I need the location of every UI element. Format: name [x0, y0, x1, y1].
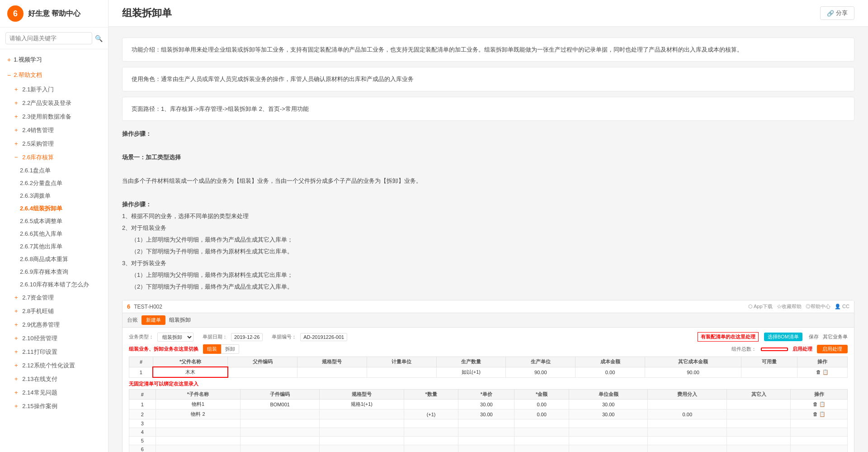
ss-col-parent-code: 父件编码 — [228, 357, 297, 367]
sidebar-item-2-15[interactable]: + 2.15操作案例 — [0, 400, 108, 413]
intro-text-2: 使用角色：通常由生产人员或库管人员完成拆装业务的操作，库管人员确认原材料的出库和… — [132, 76, 414, 82]
ss-btn-select-bom[interactable]: 选择BOM清单 — [764, 333, 802, 341]
ss-process-type-tabs: 组装 拆卸 — [203, 344, 239, 354]
sidebar-item-2-5[interactable]: + 2.5采购管理 — [0, 137, 108, 151]
operation-section: 操作步骤： 场景一：加工类型选择 当由多个子件材料组装成一个成品的业务为【组装】… — [122, 128, 854, 293]
expand-icon: + — [14, 86, 18, 93]
ss-lower-row-2: 2 物料 2 (+1) 30.00 0.00 30.00 0.00 🗑 — [129, 409, 848, 419]
ss-btn-enable[interactable]: 启用处理 — [817, 345, 848, 353]
sidebar-item-2-10[interactable]: + 2.10经营管理 — [0, 332, 108, 345]
expand-icon: + — [14, 100, 18, 106]
ss-col-avail: 可用量 — [741, 357, 797, 367]
ss-annotation-bom: 有装配清单的在这里处理 — [698, 332, 759, 342]
ss-lower-row-1: 1 物料1 BOM001 规格1(+1) 30.00 0.00 30.00 — [129, 400, 848, 409]
sidebar-item-2-6-9[interactable]: 2.6.9库存账本查询 — [0, 266, 108, 278]
sidebar-item-2-6-5[interactable]: 2.6.5成本调整单 — [0, 215, 108, 228]
sidebar-item-2-6-7[interactable]: 2.6.7其他出库单 — [0, 240, 108, 253]
collapse-icon: − — [14, 154, 18, 161]
ss-lower-row-5: 5 — [129, 437, 848, 445]
ss-input-qty[interactable] — [761, 347, 788, 351]
ss-nav-tab2: 组装拆卸 — [169, 316, 191, 324]
sidebar-item-2-3[interactable]: + 2.3使用前数据准备 — [0, 110, 108, 124]
page-title: 组装拆卸单 — [122, 6, 172, 20]
share-button[interactable]: 🔗 分享 — [820, 6, 854, 20]
sidebar-item-2-1[interactable]: + 2.1新手入门 — [0, 83, 108, 96]
ss-label-qty: 组件总数： — [731, 346, 756, 352]
sidebar-item-2-7[interactable]: + 2.7资金管理 — [0, 291, 108, 305]
ss-input-date: 2019-12-26 — [231, 333, 263, 341]
ss-col-other-cost: 其它成本金额 — [645, 357, 741, 367]
sidebar-item-2-9[interactable]: + 2.9优惠券管理 — [0, 318, 108, 332]
ss-input-num: AD-20191226-001 — [300, 333, 347, 341]
sidebar-item-2-6-2[interactable]: 2.6.2分量盘点单 — [0, 177, 108, 190]
ss-annotation-no-bom: 无固定清单可以绑定在这里录入 — [129, 381, 848, 387]
sidebar-item-2-6-6[interactable]: 2.6.6其他入库单 — [0, 228, 108, 240]
sidebar-item-2-11[interactable]: + 2.11打印设置 — [0, 345, 108, 359]
main-content: 组装拆卸单 🔗 分享 功能介绍：组装拆卸单用来处理企业组装或拆卸等加工业务，支持… — [108, 0, 868, 452]
expand-icon: + — [7, 56, 11, 63]
ss-label-date: 单据日期： — [203, 333, 227, 340]
ss-lower-row-3: 3 — [129, 419, 848, 428]
share-icon: 🔗 — [827, 10, 834, 17]
screenshot-mockup: 6 TEST-H002 ⬡ App下载 ☆收藏帮助 ◎帮助中心 👤 CC 台账 … — [122, 300, 854, 452]
search-box: 🔍 — [0, 28, 108, 49]
ss-col-prod-qty: 生产数量 — [436, 357, 506, 367]
ss-col-parent-name: *父件名称 — [153, 357, 227, 367]
sidebar-item-2-6-4[interactable]: 2.6.4组装拆卸单 — [0, 202, 108, 215]
ss-app-logo: 6 — [127, 303, 130, 310]
ss-col-prod-unit: 生产单位 — [506, 357, 576, 367]
expand-icon: + — [14, 113, 18, 120]
ss-input-type[interactable]: 组装拆卸 — [157, 333, 193, 342]
sidebar-item-2-6-1[interactable]: 2.6.1盘点单 — [0, 164, 108, 177]
search-icon[interactable]: 🔍 — [95, 35, 103, 42]
ss-lower-table-wrapper: # *子件名称 子件编码 规格型号 *数量 *单价 *金额 单位金额 费用分入 … — [129, 389, 848, 452]
content-area: 功能介绍：组装拆卸单用来处理企业组装或拆卸等加工业务，支持有固定装配清单的产品加… — [108, 27, 868, 452]
ss-tab-assemble[interactable]: 组装 — [203, 344, 221, 354]
search-input[interactable] — [5, 32, 92, 44]
sidebar-item-label: 1.视频学习 — [14, 56, 42, 64]
ss-form-area: 业务类型： 组装拆卸 单据日期： 2019-12-26 单据编号： AD-201… — [123, 328, 854, 452]
sidebar-item-2-12[interactable]: + 2.12系统个性化设置 — [0, 359, 108, 372]
sidebar-item-2-13[interactable]: + 2.13在线支付 — [0, 372, 108, 386]
ss-lower-table: # *子件名称 子件编码 规格型号 *数量 *单价 *金额 单位金额 费用分入 … — [129, 389, 848, 452]
intro-text-1: 功能介绍：组装拆卸单用来处理企业组装或拆卸等加工业务，支持有固定装配清单的产品加… — [132, 46, 743, 53]
app-name: 好生意 帮助中心 — [28, 9, 80, 19]
sidebar-item-2-8[interactable]: + 2.8手机旺铺 — [0, 305, 108, 318]
sidebar-item-2-4[interactable]: + 2.4销售管理 — [0, 124, 108, 137]
main-header: 组装拆卸单 🔗 分享 — [108, 0, 868, 27]
operation-steps-label: 操作步骤： 场景一：加工类型选择 当由多个子件材料组装成一个成品的业务为【组装】… — [122, 128, 854, 293]
path-text: 页面路径：1、库存核算->库存管理->组装拆卸单 2、首页->常用功能 — [132, 105, 309, 112]
sidebar-item-2-6-8[interactable]: 2.6.8商品成本重算 — [0, 253, 108, 266]
share-label: 分享 — [836, 9, 848, 17]
ss-col-op: 操作 — [797, 357, 848, 367]
ss-btn-extra: 保存 其它业务单 — [809, 333, 848, 340]
sidebar-item-2-2[interactable]: + 2.2产品安装及登录 — [0, 96, 108, 110]
sidebar-item-2-6-10[interactable]: 2.6.10库存账本错了怎么办 — [0, 278, 108, 291]
sidebar-item-video[interactable]: + 1.视频学习 — [0, 52, 108, 67]
collapse-icon: − — [7, 71, 11, 79]
ss-lower-row-4: 4 — [129, 428, 848, 437]
ss-upper-row-1: 1 木木 如以(+1) 90.00 0.00 90.00 🗑 📋 — [129, 367, 848, 377]
ss-annotation-enable: 启用处理 — [793, 346, 812, 352]
expand-icon: + — [14, 127, 18, 133]
sidebar-item-2-6[interactable]: − 2.6库存核算 — [0, 151, 108, 164]
ss-col-seq: # — [129, 357, 153, 367]
intro-block-3: 页面路径：1、库存核算->库存管理->组装拆卸单 2、首页->常用功能 — [122, 97, 854, 121]
ss-label-type: 业务类型： — [129, 333, 154, 340]
ss-lower-row-6: 6 — [129, 445, 848, 452]
sidebar: 6 好生意 帮助中心 🔍 + 1.视频学习 − 2.帮助文档 + 2.1新手入门… — [0, 0, 108, 452]
ss-titlebar: 6 TEST-H002 ⬡ App下载 ☆收藏帮助 ◎帮助中心 👤 CC — [123, 300, 854, 313]
ss-tab-disassemble[interactable]: 拆卸 — [221, 344, 239, 354]
nav-section: + 1.视频学习 − 2.帮助文档 + 2.1新手入门 + 2.2产品安装及登录… — [0, 49, 108, 416]
ss-label-num: 单据编号： — [272, 333, 297, 340]
ss-process-type-row: 组装业务、拆卸业务在这里切换 组装 拆卸 组件总数： 启用处理 启用处理 — [129, 344, 848, 354]
ss-upper-table-wrapper: # *父件名称 父件编码 规格型号 计量单位 生产数量 生产单位 成本金额 其它… — [129, 357, 848, 378]
ss-form-row-1: 业务类型： 组装拆卸 单据日期： 2019-12-26 单据编号： AD-201… — [129, 332, 848, 342]
sidebar-item-2-14[interactable]: + 2.14常见问题 — [0, 386, 108, 400]
ss-title-text: TEST-H002 — [134, 304, 162, 310]
logo-icon: 6 — [7, 5, 24, 22]
sidebar-header: 6 好生意 帮助中心 — [0, 0, 108, 28]
intro-block-1: 功能介绍：组装拆卸单用来处理企业组装或拆卸等加工业务，支持有固定装配清单的产品加… — [122, 38, 854, 62]
sidebar-item-2-6-3[interactable]: 2.6.3调拨单 — [0, 190, 108, 202]
sidebar-item-help-docs[interactable]: − 2.帮助文档 — [0, 67, 108, 83]
